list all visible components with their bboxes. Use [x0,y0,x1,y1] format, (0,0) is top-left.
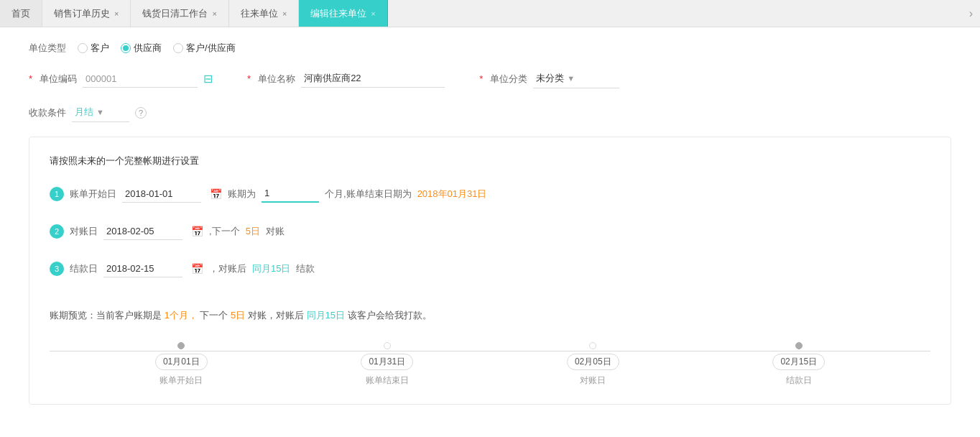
tab-edit-unit-label: 编辑往来单位 [310,7,366,20]
timeline-bubble-3: 02月05日 [567,354,619,370]
tab-unit-close[interactable]: × [282,9,287,18]
tab-cashflow-close[interactable]: × [212,9,216,18]
row-num-3: 3 [50,262,64,276]
timeline-dot-2 [384,342,391,349]
tab-unit-label: 往来单位 [241,7,278,20]
period-suffix: 个月,账单结束日期为 [325,188,412,201]
row-1-label: 账单开始日 [70,188,116,201]
timeline-sublabel-2: 账单结束日 [366,374,409,387]
radio-both[interactable]: 客户/供应商 [173,42,236,55]
preview-highlight2: 5日 [231,310,245,321]
reconcile-date-calendar-icon[interactable]: 📅 [191,226,203,237]
category-dropdown-arrow: ▼ [567,74,575,83]
timeline-sublabel-3: 对账日 [580,374,606,387]
setting-row-1: 1 账单开始日 📅 账期为 个月,账单结束日期为 2018年01月31日 [50,185,930,203]
tab-bar: 首页 销售订单历史 × 钱货日清工作台 × 往来单位 × 编辑往来单位 × › [0,0,980,27]
category-select[interactable]: 未分类 ▼ [533,69,619,88]
setting-row-3: 3 结款日 📅 ，对账后 同月15日 结款 [50,260,930,277]
timeline-point-4: 02月15日 结款日 [696,342,902,387]
radio-both-label: 客户/供应商 [186,42,236,55]
radio-customer-label: 客户 [91,42,109,55]
payment-select[interactable]: 月结 ▼ [72,103,129,122]
name-input[interactable] [301,70,445,88]
timeline-bubble-1: 01月01日 [155,354,208,370]
tab-home-label: 首页 [11,7,30,20]
name-label: 单位名称 [258,73,295,86]
card-title: 请按照未来的一个完整帐期进行设置 [50,155,930,167]
payment-dropdown-arrow: ▼ [96,108,104,116]
row-num-1: 1 [50,187,64,201]
copy-icon[interactable]: ⊟ [203,72,213,86]
unit-type-radio-group: 客户 供应商 客户/供应商 [78,42,236,55]
timeline-dot-1 [177,342,185,349]
start-date-input[interactable] [122,185,201,203]
preview-highlight3: 同月15日 [307,310,345,321]
tab-sales-history[interactable]: 销售订单历史 × [42,0,131,27]
radio-supplier[interactable]: 供应商 [121,42,162,55]
preview-middle: 下一个 [200,310,228,321]
timeline-bubble-4: 02月15日 [772,354,825,370]
payment-suffix-pre: ，对账后 [209,262,246,275]
tab-edit-unit[interactable]: 编辑往来单位 × [299,0,387,27]
radio-customer-circle [78,43,88,53]
setting-row-2: 2 对账日 📅 ,下一个 5日 对账 [50,223,930,240]
tab-scroll-arrow[interactable]: › [962,7,980,20]
payment-date-input[interactable] [103,260,182,277]
reconcile-day-highlight: 5日 [246,225,260,238]
timeline-dot-4 [795,342,803,349]
unit-type-label: 单位类型 [29,42,66,55]
preview-text: 账期预览：当前客户账期是 1个月， 下一个 5日 对账，对账后 同月15日 该客… [50,309,930,322]
timeline-bubble-2: 01月31日 [361,354,413,370]
preview-prefix: 账期预览：当前客户账期是 [50,310,162,321]
code-name-category-row: * 单位编码 ⊟ * 单位名称 * 单位分类 未分类 ▼ [29,69,951,88]
tab-cashflow[interactable]: 钱货日清工作台 × [131,0,228,27]
main-content: 单位类型 客户 供应商 客户/供应商 * 单位编码 ⊟ * 单位名称 * 单位分… [0,27,980,437]
reconcile-date-input[interactable] [103,223,182,240]
radio-customer[interactable]: 客户 [78,42,109,55]
unit-type-row: 单位类型 客户 供应商 客户/供应商 [29,42,951,55]
reconcile-suffix-pre: ,下一个 [209,225,240,238]
category-required: * [479,73,483,84]
payment-value: 月结 [75,106,93,119]
category-label: 单位分类 [490,73,527,86]
tab-unit[interactable]: 往来单位 × [229,0,299,27]
timeline: 01月01日 账单开始日 01月31日 账单结束日 02月05日 对账日 [78,342,902,387]
tab-cashflow-label: 钱货日清工作台 [142,7,208,20]
tab-edit-unit-close[interactable]: × [371,9,375,18]
radio-supplier-label: 供应商 [134,42,162,55]
timeline-point-2: 01月31日 账单结束日 [285,342,491,387]
payment-suffix-end: 结款 [296,262,315,275]
timeline-dot-3 [589,342,596,349]
preview-section: 账期预览：当前客户账期是 1个月， 下一个 5日 对账，对账后 同月15日 该客… [50,298,930,387]
code-required: * [29,73,32,84]
radio-supplier-circle [121,43,131,53]
start-date-calendar-icon[interactable]: 📅 [210,188,222,200]
reconcile-suffix-end: 对账 [266,225,285,238]
radio-both-circle [173,43,183,53]
tab-sales-history-close[interactable]: × [114,9,119,18]
settings-card: 请按照未来的一个完整帐期进行设置 1 账单开始日 📅 账期为 个月,账单结束日期… [29,137,951,405]
code-input[interactable] [83,70,198,88]
row-2-label: 对账日 [70,225,98,238]
code-label: 单位编码 [40,73,77,86]
preview-middle2: 对账，对账后 [248,310,304,321]
period-end-date: 2018年01月31日 [417,188,487,201]
timeline-sublabel-1: 账单开始日 [160,374,203,387]
timeline-sublabel-4: 结款日 [786,374,812,387]
payment-day-highlight: 同月15日 [252,262,290,275]
timeline-point-3: 02月05日 对账日 [490,342,696,387]
preview-suffix: 该客户会给我打款。 [348,310,432,321]
payment-label: 收款条件 [29,106,66,119]
payment-date-calendar-icon[interactable]: 📅 [191,263,203,275]
payment-help-icon[interactable]: ? [135,107,147,119]
name-required: * [247,73,251,84]
timeline-point-1: 01月01日 账单开始日 [78,342,285,387]
row-3-label: 结款日 [70,262,98,275]
tab-sales-history-label: 销售订单历史 [54,7,110,20]
timeline-container: 01月01日 账单开始日 01月31日 账单结束日 02月05日 对账日 [50,342,930,387]
tab-home[interactable]: 首页 [0,0,42,27]
preview-highlight1: 1个月， [165,310,198,321]
period-input[interactable] [262,185,319,203]
row-num-2: 2 [50,224,64,239]
category-value: 未分类 [536,72,564,85]
